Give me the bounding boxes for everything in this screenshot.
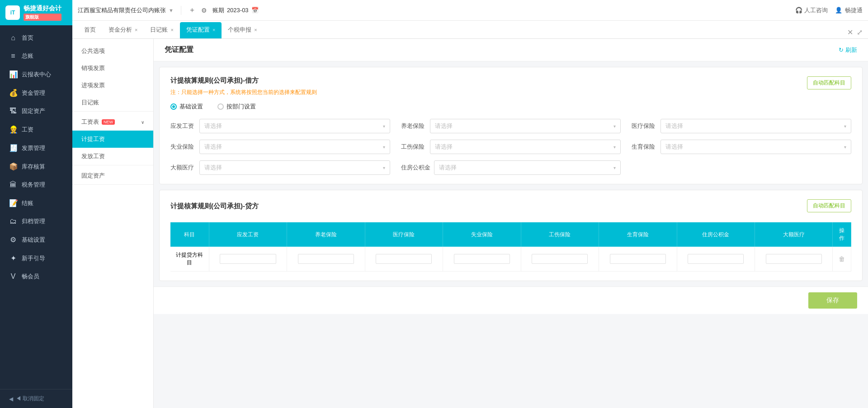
field-unemployment-select[interactable]: 请选择 ▾ — [199, 140, 390, 154]
sub-item-payroll[interactable]: 计提工资 — [72, 131, 153, 148]
chevron-down-icon: ▾ — [383, 145, 385, 150]
reports-icon: 📊 — [9, 70, 17, 79]
period-selector[interactable]: 账期 2023-03 📅 — [212, 6, 259, 14]
sidebar-item-label: 畅会员 — [22, 272, 39, 281]
sidebar-item-label: 固定资产 — [22, 107, 45, 115]
cell-injury-input[interactable] — [532, 254, 588, 264]
sub-item-payroll-table[interactable]: 工资表 NEW ∨ — [72, 113, 153, 131]
cell-action: 🗑 — [833, 247, 851, 272]
sidebar-item-invoice[interactable]: 🧾发票管理 — [0, 139, 72, 157]
row-label: 计提贷方科目 — [170, 247, 209, 272]
col-housing: 住房公积金 — [677, 222, 755, 247]
cell-unemployment-input[interactable] — [454, 254, 510, 264]
sidebar-item-label: 新手引导 — [22, 254, 45, 263]
sub-item-payroll-label: 计提工资 — [81, 135, 105, 143]
company-dropdown-icon: ▼ — [169, 8, 174, 13]
field-housing-fund: 住房公积金 请选择 ▾ — [401, 160, 621, 175]
cell-maternity-input[interactable] — [610, 254, 666, 264]
tabs-actions: ✕ ⤢ — [847, 28, 863, 38]
delete-row-icon[interactable]: 🗑 — [839, 255, 845, 263]
radio-group: 基础设置 按部门设置 — [170, 103, 851, 111]
field-large-medical-select[interactable]: 请选择 ▾ — [199, 160, 390, 175]
refresh-label: 刷新 — [845, 46, 857, 54]
field-injury: 工伤保险 请选择 ▾ — [401, 140, 621, 154]
content-area: 公共选项 销项发票 进项发票 日记账 工资表 NEW ∨ 计提工资 发放工资 固… — [72, 39, 868, 408]
save-button[interactable]: 保存 — [808, 292, 857, 309]
credit-auto-match-button[interactable]: 自动匹配科目 — [807, 199, 851, 212]
headset-icon: 🎧 — [795, 7, 802, 14]
tab-funds[interactable]: 资金分析 × — [102, 22, 144, 38]
unpin-label: ◀ 取消固定 — [16, 395, 44, 403]
cell-wages-input[interactable] — [220, 254, 276, 264]
close-tab-icon[interactable]: ✕ — [847, 28, 853, 37]
chevron-down-icon: ▾ — [613, 124, 616, 129]
debit-auto-match-button[interactable]: 自动匹配科目 — [807, 76, 851, 89]
field-medical-select[interactable]: 请选择 ▾ — [660, 119, 851, 133]
sub-item-purchase[interactable]: 进项发票 — [72, 77, 153, 94]
cell-large-medical-input[interactable] — [766, 254, 822, 264]
company-selector[interactable]: 江西服宝精品有限责任公司内账张 ▼ — [78, 6, 174, 14]
field-injury-select[interactable]: 请选择 ▾ — [430, 140, 621, 154]
topbar-right: 🎧 人工咨询 👤 畅捷通 — [795, 6, 863, 14]
field-wages-select[interactable]: 请选择 ▾ — [199, 119, 390, 133]
cell-unemployment — [443, 247, 521, 272]
radio-dept-dot — [217, 103, 224, 110]
tab-home[interactable]: 首页 — [78, 22, 102, 38]
sidebar-item-inventory[interactable]: 📦库存核算 — [0, 157, 72, 176]
sidebar-item-settings[interactable]: ⚙基础设置 — [0, 230, 72, 249]
sub-item-journal[interactable]: 日记账 — [72, 94, 153, 111]
add-account-button[interactable]: ＋ — [189, 5, 196, 15]
radio-basic[interactable]: 基础设置 — [170, 103, 203, 111]
funds-icon: 💰 — [9, 89, 17, 97]
field-housing-fund-select[interactable]: 请选择 ▾ — [434, 160, 621, 175]
field-maternity-select[interactable]: 请选择 ▾ — [660, 140, 851, 154]
refresh-icon: ↻ — [839, 47, 844, 53]
sidebar-item-guide[interactable]: ✦新手引导 — [0, 249, 72, 267]
sub-item-sales[interactable]: 销项发票 — [72, 60, 153, 77]
sidebar-item-home[interactable]: ⌂首页 — [0, 29, 72, 47]
cell-housing-input[interactable] — [688, 254, 744, 264]
cell-maternity — [599, 247, 677, 272]
sidebar-item-salary[interactable]: 👷工资 — [0, 120, 72, 139]
cell-pension-input[interactable] — [298, 254, 354, 264]
tab-journal-close-icon[interactable]: × — [170, 27, 173, 33]
radio-dept[interactable]: 按部门设置 — [217, 103, 256, 111]
app-name: 畅捷通好会计 — [24, 5, 61, 13]
field-pension-select[interactable]: 请选择 ▾ — [430, 119, 621, 133]
field-wages-label: 应发工资 — [170, 122, 196, 130]
service-button[interactable]: 🎧 人工咨询 — [795, 6, 828, 14]
sidebar-item-archive[interactable]: 🗂归档管理 — [0, 212, 72, 230]
tab-tax-close-icon[interactable]: × — [254, 27, 257, 33]
tab-journal[interactable]: 日记账 × — [144, 22, 179, 38]
user-menu-button[interactable]: 👤 畅捷通 — [835, 6, 863, 14]
sidebar-item-label: 云报表中心 — [22, 70, 51, 79]
tab-funds-close-icon[interactable]: × — [135, 27, 137, 33]
sidebar-item-reports[interactable]: 📊云报表中心 — [0, 65, 72, 84]
settings-button[interactable]: ⚙ — [201, 7, 207, 14]
sidebar-item-funds[interactable]: 💰资金管理 — [0, 84, 72, 102]
sidebar-item-closing[interactable]: 📝结账 — [0, 194, 72, 212]
sub-item-fixed-assets[interactable]: 固定资产 — [72, 167, 153, 184]
sidebar-item-vip[interactable]: V畅会员 — [0, 267, 72, 286]
field-wages: 应发工资 请选择 ▾ — [170, 119, 390, 133]
tabs-bar: 首页 资金分析 × 日记账 × 凭证配置 × 个税申报 × ✕ ⤢ — [72, 21, 868, 39]
tab-journal-label: 日记账 — [150, 26, 168, 34]
cell-medical-input[interactable] — [376, 254, 432, 264]
sidebar-item-assets[interactable]: 🏗固定资产 — [0, 102, 72, 120]
field-pension-label: 养老保险 — [401, 122, 426, 130]
expand-tab-icon[interactable]: ⤢ — [857, 28, 863, 37]
unpin-sidebar-button[interactable]: ◀ ◀ 取消固定 — [0, 389, 72, 408]
chevron-down-icon: ▾ — [844, 145, 846, 150]
tab-tax[interactable]: 个税申报 × — [222, 22, 263, 38]
tab-voucher-label: 凭证配置 — [186, 26, 210, 34]
unpin-icon: ◀ — [9, 396, 13, 402]
tab-voucher[interactable]: 凭证配置 × — [180, 22, 222, 38]
tab-voucher-close-icon[interactable]: × — [212, 27, 215, 33]
sidebar-item-tax[interactable]: 🏛税务管理 — [0, 176, 72, 194]
sub-item-disbursement[interactable]: 发放工资 — [72, 148, 153, 165]
field-unemployment-label: 失业保险 — [170, 143, 196, 151]
sidebar-item-ledger[interactable]: ≡总账 — [0, 47, 72, 65]
sub-item-public[interactable]: 公共选项 — [72, 42, 153, 60]
app-version: 旗舰版 — [24, 14, 61, 21]
refresh-button[interactable]: ↻ 刷新 — [839, 46, 857, 54]
